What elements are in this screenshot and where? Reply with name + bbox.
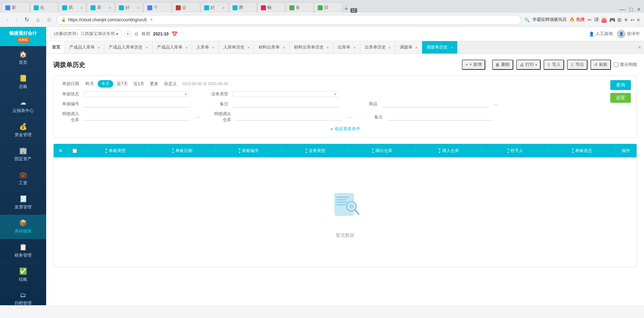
page-tab-transfer[interactable]: 调拨单 × xyxy=(395,41,422,54)
page-tab-in[interactable]: 入库单 × xyxy=(192,41,219,54)
collapse-button[interactable]: ∧ 收起更多条件 xyxy=(59,124,631,133)
page-tab-mat-out[interactable]: 材料出库单 × xyxy=(254,41,289,54)
import-button[interactable]: ⇧ 导入 xyxy=(544,60,564,70)
docno-input[interactable] xyxy=(83,101,190,107)
detail-in-dots[interactable]: ··· xyxy=(196,114,200,120)
page-tab-finished-in2-close[interactable]: × xyxy=(185,45,187,50)
print-button[interactable]: 🖨 打印 ▾ xyxy=(516,60,541,70)
forward-button[interactable]: › xyxy=(13,15,19,24)
sidebar-item-ledger[interactable]: 📒 总账 xyxy=(0,70,46,94)
display-toggle[interactable]: 显示明细 xyxy=(614,62,637,68)
home-button[interactable]: ⌂ xyxy=(34,15,42,24)
page-tab-mat-out-hist[interactable]: 材料出库单历史 × xyxy=(290,41,333,54)
user-info[interactable]: 👤 徐泽华 xyxy=(617,30,640,38)
bookmark-button[interactable]: ☆ xyxy=(44,15,54,24)
brightness-icon[interactable]: ☀ xyxy=(624,17,628,23)
select-all-checkbox[interactable] xyxy=(72,149,77,153)
date-btn-today[interactable]: 今天 xyxy=(98,80,113,88)
page-tab-out[interactable]: 出库单 × xyxy=(333,41,360,54)
browser-tab-8[interactable]: 腾 xyxy=(229,2,257,13)
browser-tab-3[interactable]: 易 × xyxy=(87,2,115,13)
undo-icon[interactable]: ↩ xyxy=(631,17,635,23)
page-tab-in-hist-close[interactable]: × xyxy=(247,45,250,50)
date-btn-1month[interactable]: 近1月 xyxy=(131,80,147,88)
th-doc-type[interactable]: ▲▼ 单账类型 xyxy=(82,147,149,154)
page-tab-transfer-hist-close[interactable]: × xyxy=(451,45,453,50)
address-bar[interactable]: 🔒 https://cloud.chanjet.com/accounting/u… xyxy=(56,15,522,25)
status-dropdown[interactable]: ▾ xyxy=(83,91,190,97)
wallet-icon[interactable]: 👛 xyxy=(601,17,607,23)
date-btn-more[interactable]: 更多 xyxy=(148,80,160,88)
date-btn-custom[interactable]: 自定义 xyxy=(162,80,179,88)
sidebar-item-home[interactable]: 🏠 首页 xyxy=(0,46,46,70)
th-handler[interactable]: ▲▼ 经手人 xyxy=(482,147,549,154)
sidebar-item-fixed-assets[interactable]: 🏢 固定资产 xyxy=(0,143,46,167)
calendar-icon[interactable]: 📅 xyxy=(171,31,178,37)
sidebar-item-funds[interactable]: 💰 资金管理 xyxy=(0,118,46,143)
page-tab-mat-out-close[interactable]: × xyxy=(283,45,285,50)
page-tab-out-close[interactable]: × xyxy=(353,45,355,50)
menu-icon[interactable]: ≡ xyxy=(637,17,640,23)
remark-input[interactable] xyxy=(233,101,339,107)
page-tab-finished-in[interactable]: 产成品入库单 × xyxy=(65,41,104,54)
add-company-button[interactable]: + xyxy=(124,30,131,38)
sidebar-item-wages[interactable]: 💼 工资 xyxy=(0,167,46,191)
refresh-browser-button[interactable]: ↻ xyxy=(22,15,31,24)
page-tab-mat-out-hist-close[interactable]: × xyxy=(327,45,329,50)
translate-icon[interactable]: 译 xyxy=(594,17,599,23)
page-tab-home[interactable]: 首页 xyxy=(48,41,65,54)
th-doc-no[interactable]: ▲▼ 单账编号 xyxy=(215,147,282,154)
sidebar-item-cloud-report[interactable]: ☁ 云报表中心 xyxy=(0,94,46,118)
maximize-button[interactable]: □ xyxy=(627,6,635,13)
scissors-icon[interactable]: ✂ xyxy=(588,17,592,23)
page-tab-finished-in2[interactable]: 产成品入库单 × xyxy=(153,41,192,54)
th-out-warehouse[interactable]: ▲▼ 调出仓库 xyxy=(349,147,415,154)
browser-tab-0[interactable]: 新 xyxy=(1,2,30,13)
th-doc-date[interactable]: ▲▼ 单账日期 xyxy=(149,147,215,154)
browser-tab-11[interactable]: 目 xyxy=(314,2,342,13)
browser-tab-2[interactable]: 易 × xyxy=(58,2,87,13)
th-doc-status[interactable]: ▲▼ 单账状态 xyxy=(549,147,615,154)
page-tab-finished-in-close[interactable]: × xyxy=(98,45,100,50)
sidebar-item-inventory[interactable]: 📦 库存核算 xyxy=(0,215,46,239)
close-browser-button[interactable]: × xyxy=(635,6,643,13)
display-checkbox[interactable] xyxy=(614,62,618,67)
date-btn-yesterday[interactable]: 昨天 xyxy=(83,80,96,88)
sidebar-item-archive[interactable]: 🗂 归档管理 xyxy=(0,287,46,305)
delete-button[interactable]: 🗑 删除 xyxy=(492,60,513,70)
biz-type-dropdown[interactable]: ▾ xyxy=(233,91,339,97)
consultant-button[interactable]: 👤 人工咨询 xyxy=(589,31,613,37)
sidebar-item-invoice[interactable]: 🧾 发票管理 xyxy=(0,191,46,215)
goods-input[interactable] xyxy=(382,101,488,107)
th-checkbox[interactable] xyxy=(68,149,82,153)
tab-close-3[interactable]: × xyxy=(109,6,111,10)
new-tab-button[interactable]: + xyxy=(342,5,350,13)
company-selector[interactable]: (勿删勿禁用）江西服宝测试专用 ▾ xyxy=(50,30,121,38)
grid-icon[interactable]: ⊞ xyxy=(617,17,622,23)
new-button[interactable]: + + 新增 xyxy=(462,60,485,70)
date-btn-7days[interactable]: 近7天 xyxy=(115,80,130,88)
goods-dots[interactable]: ··· xyxy=(494,101,498,107)
detail-out-dots[interactable]: ··· xyxy=(348,114,352,120)
page-tab-transfer-close[interactable]: × xyxy=(415,45,417,50)
minimize-button[interactable]: — xyxy=(617,6,627,13)
browser-tab-7[interactable]: 好 × xyxy=(200,2,229,13)
refresh-button[interactable]: ↺ 刷新 xyxy=(590,60,611,70)
export-button[interactable]: ⇩ 导出 xyxy=(567,60,588,70)
browser-tab-1[interactable]: 在 xyxy=(30,2,58,13)
detail-out-input[interactable] xyxy=(235,114,342,121)
detail-in-input[interactable] xyxy=(83,114,190,121)
tab-close-7[interactable]: × xyxy=(223,6,225,10)
page-tab-finished-in-hist[interactable]: 产成品入库单历史 × xyxy=(104,41,152,54)
tab-close-4[interactable]: × xyxy=(137,6,140,10)
sidebar-item-tax[interactable]: 📋 税务管理 xyxy=(0,239,46,263)
th-in-warehouse[interactable]: ▲▼ 调入仓库 xyxy=(415,147,482,154)
browser-tab-10[interactable]: 各 xyxy=(285,2,314,13)
game-icon[interactable]: 🎮 xyxy=(609,17,615,23)
back-button[interactable]: ‹ xyxy=(4,15,10,24)
th-biz-type[interactable]: ▲▼ 业务类型 xyxy=(282,147,349,154)
remark2-input[interactable] xyxy=(387,114,493,121)
filter-settings-button[interactable]: 设置 xyxy=(610,93,631,103)
page-tab-in-close[interactable]: × xyxy=(212,45,214,50)
page-tab-transfer-hist[interactable]: 调拨单历史 × xyxy=(422,41,457,54)
